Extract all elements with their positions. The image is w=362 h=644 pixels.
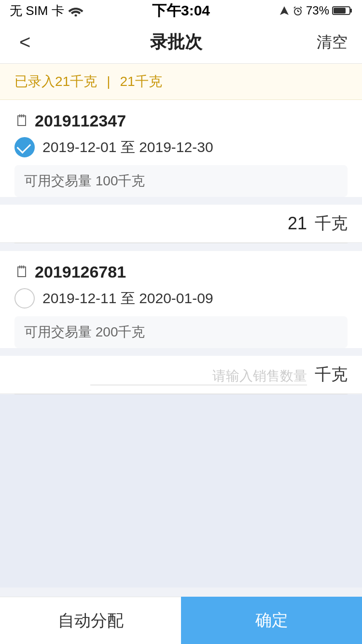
batch-2-date-row: 2019-12-11 至 2020-01-09 — [14, 288, 348, 308]
battery-text: 73% — [306, 4, 329, 17]
svg-rect-6 — [334, 8, 346, 14]
batch-1-header: 🗒 2019112347 — [14, 112, 348, 130]
batch-1-id: 2019112347 — [35, 112, 126, 130]
batch-id-icon-2: 🗒 — [14, 263, 30, 281]
section-gap — [0, 243, 362, 251]
status-right: 73% — [279, 4, 352, 17]
bottom-bar: 自动分配 确定 — [0, 597, 362, 644]
auto-distribute-button[interactable]: 自动分配 — [0, 597, 181, 644]
batch-2-date: 2019-12-11 至 2020-01-09 — [42, 289, 213, 308]
wifi-icon — [68, 5, 84, 16]
batch-1-date: 2019-12-01 至 2019-12-30 — [42, 138, 213, 157]
nav-bar: < 录批次 清空 — [0, 21, 362, 64]
batch-2-unit: 千克 — [315, 364, 348, 386]
batch-card-2: 🗒 2019126781 2019-12-11 至 2020-01-09 可用交… — [0, 251, 362, 348]
location-icon — [279, 5, 290, 16]
battery-icon — [332, 5, 352, 16]
summary-bar: 已录入21千克 | 21千克 — [0, 64, 362, 100]
batch-2-header: 🗒 2019126781 — [14, 263, 348, 281]
alarm-icon — [292, 5, 303, 16]
bottom-content-area — [0, 394, 362, 588]
batch-2-qty-box: 可用交易量 200千克 — [14, 316, 348, 348]
page-title: 录批次 — [150, 30, 202, 54]
svg-rect-5 — [350, 9, 352, 13]
clear-button[interactable]: 清空 — [317, 32, 348, 53]
back-button[interactable]: < — [14, 27, 35, 58]
batch-1-checkbox[interactable] — [14, 137, 35, 157]
recorded-label: 已录入21千克 — [14, 72, 97, 91]
batch-1-unit: 千克 — [315, 212, 348, 235]
batch-1-qty-value: 21 — [288, 213, 307, 234]
confirm-button[interactable]: 确定 — [181, 597, 362, 644]
status-left: 无 SIM 卡 — [10, 2, 84, 19]
batch-1-input-row: 21 千克 — [0, 205, 362, 243]
status-time: 下午3:04 — [152, 1, 210, 21]
batch-2-input-row: 千克 — [0, 356, 362, 394]
batch-2-qty-text: 可用交易量 200千克 — [24, 324, 145, 339]
batch-2-id: 2019126781 — [35, 263, 126, 281]
no-sim-text: 无 SIM 卡 — [10, 2, 64, 19]
batch-id-icon-1: 🗒 — [14, 112, 30, 130]
batch-2-checkbox[interactable] — [14, 288, 35, 308]
summary-divider: | — [107, 74, 110, 89]
svg-point-0 — [74, 14, 77, 17]
batch-1-qty-box: 可用交易量 100千克 — [14, 165, 348, 197]
batch-2-qty-input[interactable] — [90, 364, 307, 385]
batch-1-date-row: 2019-12-01 至 2019-12-30 — [14, 137, 348, 157]
status-bar: 无 SIM 卡 下午3:04 73% — [0, 0, 362, 21]
batch-1-qty-text: 可用交易量 100千克 — [24, 173, 145, 188]
total-label: 21千克 — [120, 72, 162, 91]
batch-card-1: 🗒 2019112347 2019-12-01 至 2019-12-30 可用交… — [0, 100, 362, 197]
